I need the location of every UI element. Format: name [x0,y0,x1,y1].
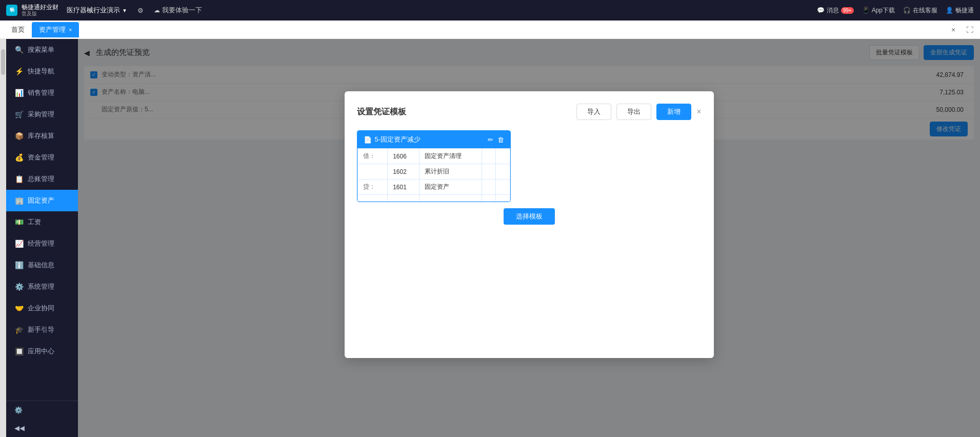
tab-asset-management[interactable]: 资产管理 × [32,22,79,37]
online-service-button[interactable]: 🎧 在线客服 [903,6,937,15]
settings-icon-topbar[interactable]: ⚙ [137,7,144,14]
avatar-icon: 👤 [946,7,953,14]
template-table: 借： 1606 固定资产清理 1602 累计折旧 [357,148,510,202]
window-close-button[interactable]: × [947,24,959,36]
template-cell-empty-3 [482,180,495,195]
template-card: 📄 5-固定资产减少 ✏ 🗑 借： 1606 [357,130,511,202]
template-card-actions: ✏ 🗑 [488,136,504,144]
company-selector[interactable]: 医疗器械行业演示 ▼ [67,6,127,15]
sidebar-item-guide[interactable]: 🎓 新手引导 [6,319,78,341]
sidebar-item-quicknav[interactable]: ⚡ 快捷导航 [6,61,78,82]
template-cell-empty-3b [496,180,510,195]
template-cell-name-2: 累计折旧 [419,164,482,180]
operations-icon: 📈 [14,239,24,248]
window-maximize-button[interactable]: ⛶ [964,24,976,36]
topbar-right: 💬 消息 99+ 📱 App下载 🎧 在线客服 👤 畅捷通 [817,6,974,15]
template-cell-name-3: 固定资产 [419,180,482,195]
template-cell-code-2: 1602 [388,164,419,180]
new-template-button[interactable]: 新增 [656,104,691,120]
modal-close-button[interactable]: × [696,107,701,116]
tab-close-icon[interactable]: × [69,27,72,33]
sidebar-item-enterprise[interactable]: 🤝 企业协同 [6,297,78,319]
logo-area: 畅 畅捷通好业财 普及版 [6,4,58,17]
template-cell-empty-1 [482,149,495,164]
inventory-icon: 📦 [14,131,24,141]
messages-button[interactable]: 💬 消息 99+ [817,6,854,15]
quicknav-icon: ⚡ [14,67,24,76]
user-avatar[interactable]: 👤 畅捷通 [946,6,974,15]
sidebar-item-fixed-assets[interactable]: 🏢 固定资产 [6,190,78,211]
message-icon: 💬 [817,7,825,14]
template-row-1: 借： 1606 固定资产清理 [357,149,510,164]
sidebar-scrolltrack[interactable] [0,39,6,437]
tab-bar: 首页 资产管理 × × ⛶ [0,21,980,39]
collapse-icon: ◀◀ [14,424,25,432]
modal-actions: 导入 导出 新增 [576,104,691,120]
sidebar: 🔍 搜索菜单 ⚡ 快捷导航 📊 销售管理 🛒 采购管理 📦 库存核算 💰 [6,39,78,437]
sidebar-settings-button[interactable]: ⚙️ [6,401,78,419]
experience-button[interactable]: ☁ 我要体验一下 [154,6,202,15]
enterprise-icon: 🤝 [14,304,24,313]
template-doc-icon: 📄 [364,136,372,144]
ledger-icon: 📋 [14,174,24,184]
settings-bottom-icon: ⚙️ [14,406,23,414]
fixed-assets-icon: 🏢 [14,196,24,205]
template-cell-code-1: 1606 [388,149,419,164]
sidebar-item-funds[interactable]: 💰 资金管理 [6,147,78,168]
template-edit-icon[interactable]: ✏ [488,136,493,144]
template-row-2: 1602 累计折旧 [357,164,510,180]
sidebar-collapse-button[interactable]: ◀◀ [6,419,78,437]
template-cell-empty-2 [482,164,495,180]
template-name: 5-固定资产减少 [375,135,421,144]
service-icon: 🎧 [903,7,911,14]
modal-set-template: 设置凭证模板 导入 导出 新增 × 📄 [345,91,714,358]
modal-title: 设置凭证模板 [357,107,406,117]
template-row-4 [357,195,510,202]
template-cell-code-3: 1601 [388,180,419,195]
search-icon: 🔍 [14,45,24,54]
apps-icon: 🔲 [14,347,24,356]
import-button[interactable]: 导入 [576,104,611,120]
main-content: ◀ 生成的凭证预览 批量凭证模板 全部生成凭证 ✓ 变动类型：资产清... 42… [78,39,980,437]
select-template-button[interactable]: 选择模板 [504,208,555,225]
sidebar-item-payroll[interactable]: 💵 工资 [6,211,78,233]
window-controls: × ⛶ [947,24,976,36]
sidebar-item-system[interactable]: ⚙️ 系统管理 [6,276,78,297]
content-area: 🔍 搜索菜单 ⚡ 快捷导航 📊 销售管理 🛒 采购管理 📦 库存核算 💰 [0,39,980,437]
template-cell-type-1: 借： [357,149,388,164]
export-button[interactable]: 导出 [616,104,651,120]
sidebar-item-sales[interactable]: 📊 销售管理 [6,82,78,104]
template-row-3: 贷： 1601 固定资产 [357,180,510,195]
topbar-nav: 医疗器械行业演示 ▼ ⚙ ☁ 我要体验一下 [58,6,817,15]
template-cell-name-1: 固定资产清理 [419,149,482,164]
sidebar-bottom: ⚙️ ◀◀ [6,401,78,437]
template-card-header: 📄 5-固定资产减少 ✏ 🗑 [357,131,510,148]
purchase-icon: 🛒 [14,110,24,119]
sidebar-item-search[interactable]: 🔍 搜索菜单 [6,39,78,61]
tab-home[interactable]: 首页 [4,22,32,37]
template-footer: 选择模板 [357,202,702,231]
sidebar-item-apps[interactable]: 🔲 应用中心 [6,341,78,362]
sidebar-item-inventory[interactable]: 📦 库存核算 [6,125,78,147]
template-delete-icon[interactable]: 🗑 [497,136,504,144]
system-icon: ⚙️ [14,282,24,291]
sidebar-scrollthumb[interactable] [1,49,5,75]
top-bar: 畅 畅捷通好业财 普及版 医疗器械行业演示 ▼ ⚙ ☁ 我要体验一下 💬 消息 … [0,0,980,21]
guide-icon: 🎓 [14,325,24,334]
app-download-button[interactable]: 📱 App下载 [862,6,895,15]
app-subtitle: 普及版 [22,11,58,17]
logo-icon: 畅 [6,5,17,16]
sidebar-item-ledger[interactable]: 📋 总账管理 [6,168,78,190]
template-cell-empty-2b [496,164,510,180]
template-cell-type-3: 贷： [357,180,388,195]
sidebar-item-basic-info[interactable]: ℹ️ 基础信息 [6,254,78,276]
payroll-icon: 💵 [14,217,24,227]
app-title: 畅捷通好业财 [22,4,58,11]
modal-header: 设置凭证模板 导入 导出 新增 × [357,104,702,120]
funds-icon: 💰 [14,153,24,162]
sidebar-item-purchase[interactable]: 🛒 采购管理 [6,104,78,125]
template-cell-type-2 [357,164,388,180]
basic-info-icon: ℹ️ [14,261,24,270]
template-cell-empty-1b [496,149,510,164]
sidebar-item-operations[interactable]: 📈 经营管理 [6,233,78,254]
